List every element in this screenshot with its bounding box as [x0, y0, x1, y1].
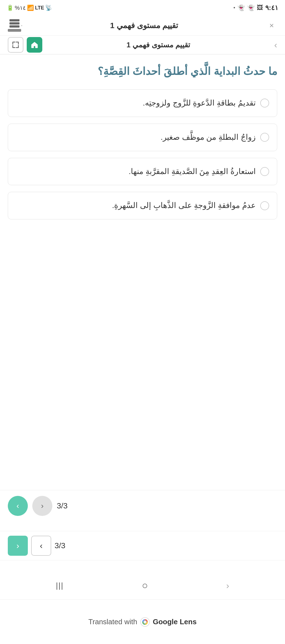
status-left: 🔋 %١٤ 📶 LTE 📡 [7, 4, 52, 11]
dot-icon: • [234, 5, 235, 11]
bottom-pagination-1: ‹ › 3/3 [0, 490, 285, 521]
top-nav: تقييم مستوى فهمي 1 × [0, 16, 285, 36]
nav-icons-left [8, 37, 42, 53]
top-nav-title: تقييم مستوى فهمي 1 [110, 21, 178, 30]
secondary-nav: تقييم مستوى فهمي 1 ‹ [0, 36, 285, 55]
battery-icon: 🔋 [7, 4, 14, 11]
expand-button[interactable] [8, 37, 23, 53]
next-page-button[interactable]: › [32, 496, 52, 516]
prev-page-button[interactable]: ‹ [8, 496, 28, 516]
radio-d[interactable] [260, 201, 269, 210]
answer-option-a[interactable]: تقديمُ بطاقةِ الدَّعوةِ للزَّوج ولزوجتِه… [8, 89, 277, 117]
question-text: ما حدثُ البداية الَّذي أطلقَ أحداثَ القِ… [8, 63, 277, 79]
answer-text-a: تقديمُ بطاقةِ الدَّعوةِ للزَّوج ولزوجتِه… [16, 97, 256, 109]
answer-text-d: عدمُ موافقةِ الزَّوجةِ على الذَّهابِ إلى… [16, 199, 256, 212]
snapchat-icon2: 👻 [247, 4, 255, 11]
android-home-button[interactable]: ○ [142, 580, 148, 591]
google-lens-icon [140, 617, 150, 627]
gallery-icon: 🖼 [257, 4, 263, 11]
android-back-button[interactable]: › [226, 581, 229, 591]
status-right: • 👻 👻 🖼 ٩:٤١ [234, 4, 278, 12]
svg-rect-3 [21, 26, 22, 26]
bottom-pagination-2: › ‹ 3/3 [0, 531, 285, 560]
answer-option-b[interactable]: زواجُ البطلةِ من موظَّف صغير. [8, 124, 277, 151]
answer-option-d[interactable]: عدمُ موافقةِ الزَّوجةِ على الذَّهابِ إلى… [8, 192, 277, 219]
secondary-nav-title: تقييم مستوى فهمي 1 [127, 41, 190, 49]
main-content: ما حدثُ البداية الَّذي أطلقَ أحداثَ القِ… [0, 55, 285, 232]
lte-label: LTE [35, 5, 44, 11]
svg-point-4 [141, 618, 149, 626]
answer-text-b: زواجُ البطلةِ من موظَّف صغير. [16, 131, 256, 144]
page-count-1: 3/3 [57, 501, 68, 510]
translated-footer: Translated with Google Lens [0, 599, 285, 644]
android-nav: ||| ○ › [0, 572, 285, 599]
answer-option-c[interactable]: استعارةُ العِقدِ مِنَ الصَّديقةِ المقرَّ… [8, 158, 277, 185]
android-menu-button[interactable]: ||| [56, 581, 64, 590]
close-button[interactable]: × [266, 20, 277, 31]
nav-stack-icon[interactable] [8, 18, 22, 33]
snapchat-icon1: 👻 [237, 4, 245, 11]
svg-rect-0 [21, 25, 22, 25]
wifi-icon: 📡 [45, 4, 52, 11]
printer-icon [21, 19, 22, 32]
svg-point-5 [144, 621, 146, 623]
translated-with-text: Translated with [89, 618, 137, 626]
radio-a[interactable] [260, 99, 269, 107]
next-page-button-2[interactable]: › [8, 536, 28, 556]
radio-b[interactable] [260, 133, 269, 142]
google-lens-label: Google Lens [153, 618, 196, 626]
google-lens-logo [140, 617, 150, 627]
status-bar: 🔋 %١٤ 📶 LTE 📡 • 👻 👻 🖼 ٩:٤١ [0, 0, 285, 16]
battery-percent: %١٤ [15, 4, 26, 11]
answer-text-c: استعارةُ العِقدِ مِنَ الصَّديقةِ المقرَّ… [16, 165, 256, 178]
page-count-2: 3/3 [55, 541, 65, 550]
status-time: ٩:٤١ [265, 4, 278, 12]
radio-c[interactable] [260, 167, 269, 176]
signal-icon: 📶 [27, 4, 34, 11]
prev-page-button-2[interactable]: ‹ [31, 536, 51, 556]
home-button[interactable] [27, 37, 42, 53]
back-button[interactable]: ‹ [274, 40, 277, 50]
